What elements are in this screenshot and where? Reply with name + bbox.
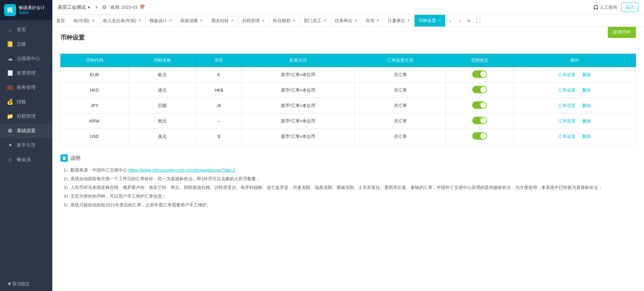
tab-scroll-right[interactable]: › — [455, 15, 464, 27]
sidebar-item-archive[interactable]: 📁归档管理 — [0, 109, 52, 124]
delete-link-KRW[interactable]: 删除 — [582, 118, 591, 124]
tab-close-dept[interactable]: ✕ — [323, 18, 326, 23]
tab-archive[interactable]: 归档管理✕ — [238, 15, 269, 27]
tab-unit[interactable]: 计量单位✕ — [384, 15, 415, 27]
tab-close-period_end[interactable]: ✕ — [231, 18, 234, 23]
nav-label-tax: 税务管理 — [17, 85, 36, 91]
delete-link-JPY[interactable]: 删除 — [582, 103, 591, 108]
tab-template[interactable]: 模版设计✕ — [146, 15, 176, 27]
sidebar-footer[interactable]: ◀ 取消固定 — [0, 277, 52, 291]
delete-link-EUR[interactable]: 删除 — [582, 72, 591, 77]
rate-settings-link-JPY[interactable]: 汇率设置 — [558, 103, 576, 108]
tab-label-home: 首页 — [56, 18, 65, 24]
tab-label-inventory: 存货 — [366, 18, 374, 24]
rate-settings-link-EUR[interactable]: 汇率设置 — [558, 72, 576, 77]
sidebar-item-home[interactable]: ⌂首页 — [0, 23, 52, 37]
tab-close-income[interactable]: ✕ — [138, 18, 141, 23]
tab-subject_init[interactable]: 科目期初✕ — [269, 15, 300, 27]
tab-close-client[interactable]: ✕ — [354, 18, 357, 23]
table-row: HKD 港元 HK$ 原币*汇率=本位币 月汇率 汇率设置 删除 — [61, 83, 636, 98]
nav-label-archive: 归档管理 — [17, 113, 36, 119]
tab-close-unit[interactable]: ✕ — [407, 18, 410, 23]
tab-close-balance[interactable]: ✕ — [92, 18, 95, 23]
sidebar-item-settlement[interactable]: 💰结账 — [0, 95, 52, 109]
settings-icon[interactable]: ⚙ — [102, 4, 107, 10]
notice-list: 1）数据来源：中国外汇交易中心 https://www.chinamoney.c… — [60, 166, 636, 209]
sidebar-item-ledger[interactable]: 📒总账 — [0, 37, 52, 51]
cell-rate-type: 月汇率 — [355, 98, 446, 113]
tab-label-dept: 部门员工 — [304, 18, 321, 24]
tab-scroll-left[interactable]: ‹ — [445, 15, 455, 27]
tab-inventory[interactable]: 存货✕ — [362, 15, 384, 27]
nav-icon-reports: ☁ — [7, 55, 13, 62]
sidebar-item-reports[interactable]: ☁云报表中心 — [0, 51, 52, 66]
topbar-actions: ＋ ⚙ — [94, 4, 107, 11]
cell-symbol: J¥ — [196, 98, 241, 113]
tab-maximize[interactable]: ⛶ — [474, 15, 483, 27]
col-code: 币种代码 — [61, 54, 128, 67]
notice-item: 4）无官方牌价的币种，可以用户手工维护汇率信息； — [64, 192, 636, 201]
nav-label-ledger: 总账 — [17, 41, 26, 47]
tab-balance[interactable]: 收(中期)✕ — [69, 15, 99, 27]
project-chevron-icon[interactable]: ▾ — [88, 5, 90, 10]
kuaiji-button[interactable]: 会计 — [621, 3, 639, 12]
cell-conversion: 原币*汇率=本位币 — [241, 67, 355, 83]
cell-conversion: 原币*汇率=本位币 — [241, 129, 355, 144]
sidebar-logo: 账 畅捷通好会计 旗舰版 — [0, 0, 52, 20]
toggle-enabled-JPY[interactable] — [472, 101, 487, 109]
nav-label-invoice: 发票管理 — [17, 70, 36, 76]
tab-close-inventory[interactable]: ✕ — [376, 18, 379, 23]
tab-close-template[interactable]: ✕ — [169, 18, 172, 23]
tab-home[interactable]: 首页 — [52, 15, 69, 27]
nav-icon-tax: 💼 — [7, 84, 13, 91]
toggle-enabled-USD[interactable] — [472, 132, 487, 140]
consult-button[interactable]: 🎧 人工咨询 — [593, 4, 617, 10]
cell-symbol: $ — [196, 129, 241, 144]
notice-icon: 📋 — [60, 154, 68, 162]
tab-income[interactable]: 收入支出表(年报)✕ — [99, 15, 146, 27]
topbar-project: 基层工会测试 ▾ — [58, 4, 90, 10]
cell-actions: 汇率设置 删除 — [514, 67, 636, 83]
cell-actions: 汇率设置 删除 — [514, 129, 636, 144]
tab-period_end[interactable]: 期末结转✕ — [207, 15, 238, 27]
sidebar-item-tax[interactable]: 💼税务管理 — [0, 80, 52, 95]
sidebar-item-invoice[interactable]: 🧾发票管理 — [0, 66, 52, 80]
topbar: 基层工会测试 ▾ ＋ ⚙ 账期 2023-03 📅 🎧 人工咨询 会计 — [52, 0, 644, 15]
tab-close-subject_init[interactable]: ✕ — [292, 18, 296, 23]
sidebar-footer-label: ◀ 取消固定 — [7, 281, 30, 287]
tab-close-currency[interactable]: ✕ — [438, 18, 441, 23]
cell-name: 港元 — [128, 83, 196, 98]
cell-name: 美元 — [128, 129, 196, 144]
sidebar-item-member[interactable]: ◇畅会员 — [0, 152, 52, 167]
cell-symbol: HK$ — [196, 83, 241, 98]
logo-sub: 旗舰版 — [19, 10, 45, 15]
tab-close-tax[interactable]: ✕ — [200, 18, 203, 23]
rate-settings-link-USD[interactable]: 汇率设置 — [558, 134, 576, 139]
delete-link-HKD[interactable]: 删除 — [582, 88, 591, 93]
new-currency-button[interactable]: 新增币种 — [608, 27, 636, 38]
toggle-enabled-EUR[interactable] — [472, 70, 487, 78]
tab-close-all[interactable]: ✕ — [464, 15, 474, 27]
tab-label-unit: 计量单位 — [388, 18, 405, 24]
notice-title: 📋 说明 — [60, 154, 636, 162]
sidebar-item-guide[interactable]: ✦新手引导 — [0, 138, 52, 152]
calendar-icon[interactable]: 📅 — [140, 5, 145, 10]
cell-enabled — [446, 113, 514, 129]
rate-settings-link-HKD[interactable]: 汇率设置 — [558, 88, 576, 93]
notice-item: 2）系统自动获取每月第一个工作日的汇率标价，统一为直接标价法，即1外币可以兑换的… — [64, 175, 636, 183]
delete-link-USD[interactable]: 删除 — [582, 134, 591, 139]
tab-dept[interactable]: 部门员工✕ — [300, 15, 331, 27]
tab-client[interactable]: 往来单位✕ — [331, 15, 362, 27]
nav-label-guide: 新手引导 — [17, 142, 36, 148]
rate-settings-link-KRW[interactable]: 汇率设置 — [558, 118, 576, 124]
toggle-enabled-KRW[interactable] — [472, 117, 487, 124]
add-project-icon[interactable]: ＋ — [94, 4, 99, 11]
tab-close-archive[interactable]: ✕ — [262, 18, 265, 23]
toggle-enabled-HKD[interactable] — [472, 86, 487, 93]
sidebar-item-basic[interactable]: ⚙基础设置 — [0, 124, 52, 138]
tab-currency[interactable]: 币种设置✕ — [415, 15, 445, 27]
cell-rate-type: 月汇率 — [355, 67, 446, 83]
col-symbol: 币符 — [196, 54, 241, 67]
notice-link[interactable]: https://www.chinamoney.com.cn/chinese/bk… — [128, 167, 235, 173]
tab-tax[interactable]: 税表清册✕ — [176, 15, 207, 27]
